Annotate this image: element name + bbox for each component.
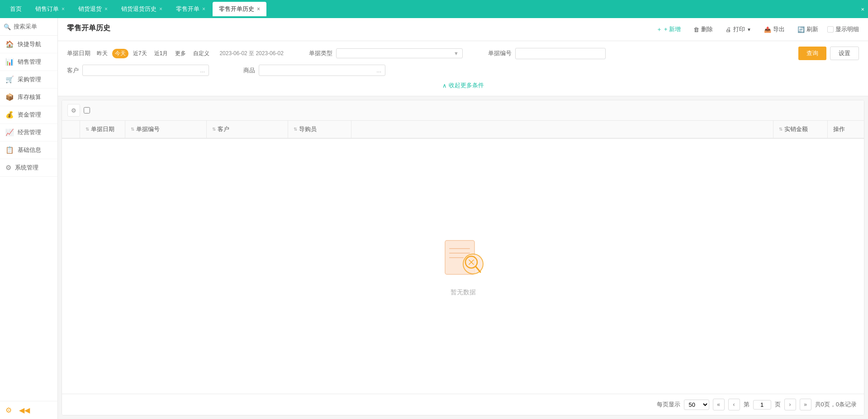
sales-icon: 📊 — [5, 58, 14, 66]
date-opt-more[interactable]: 更多 — [172, 49, 189, 58]
th-action-label: 操作 — [833, 125, 845, 133]
date-label: 单据日期 — [67, 49, 90, 57]
display-checkbox[interactable] — [827, 26, 834, 33]
sidebar-item-finance-label: 资金管理 — [18, 111, 41, 119]
per-page-select[interactable]: 50 100 200 — [684, 400, 709, 410]
delete-button[interactable]: 🗑 删除 — [690, 24, 716, 35]
sort-guide-icon[interactable]: ⇅ — [294, 127, 297, 132]
empty-text: 暂无数据 — [451, 288, 476, 297]
date-opt-1month[interactable]: 近1月 — [152, 49, 171, 58]
page-number-input[interactable] — [753, 400, 771, 410]
nav-tab-return[interactable]: 销货退货 × — [72, 2, 114, 16]
th-action: 操作 — [828, 121, 864, 138]
date-opt-today[interactable]: 今天 — [112, 49, 128, 58]
nav-tab-return-history-label: 销货退货历史 — [121, 5, 157, 13]
sort-number-icon[interactable]: ⇅ — [131, 127, 134, 132]
th-amount: ⇅ 实销金额 — [773, 121, 828, 138]
sidebar-item-purchase-label: 采购管理 — [18, 75, 41, 84]
refresh-button[interactable]: 🔄 刷新 — [794, 24, 822, 35]
date-options: 昨天 今天 近7天 近1月 更多 自定义 — [94, 49, 212, 58]
sidebar-item-inventory[interactable]: 📦 库存核算 — [0, 89, 57, 106]
table-settings-icon[interactable]: ⚙ — [67, 104, 80, 117]
export-button[interactable]: 📤 导出 — [760, 24, 788, 35]
sidebar-item-system[interactable]: ⚙ 系统管理 — [0, 159, 57, 177]
purchase-icon: 🛒 — [5, 75, 14, 84]
nav-tab-return-history[interactable]: 销货退货历史 × — [115, 2, 169, 16]
nav-tab-sales-order[interactable]: 销售订单 × — [29, 2, 71, 16]
th-extra — [351, 121, 773, 138]
nav-tab-return-history-close[interactable]: × — [159, 6, 162, 12]
nav-tab-retail-history-close[interactable]: × — [257, 6, 260, 12]
sidebar-item-finance[interactable]: 💰 资金管理 — [0, 106, 57, 124]
search-icon: 🔍 — [4, 24, 11, 30]
query-button[interactable]: 查询 — [798, 47, 826, 60]
th-guide: ⇅ 导购员 — [288, 121, 351, 138]
finance-icon: 💰 — [5, 111, 14, 119]
pagination: 每页显示 50 100 200 « ‹ 第 页 › » 共0页，0条记录 — [62, 394, 864, 415]
sidebar-bottom: ⚙ ◀◀ — [0, 401, 57, 419]
goods-select[interactable]: ... — [259, 65, 385, 76]
sidebar-item-operations[interactable]: 📈 经营管理 — [0, 124, 57, 141]
page-next-btn[interactable]: › — [784, 399, 796, 410]
nav-tab-retail[interactable]: 零售开单 × — [170, 2, 212, 16]
nav-tab-retail-close[interactable]: × — [202, 6, 205, 12]
print-button-label: 打印 — [733, 25, 745, 33]
nav-tab-return-close[interactable]: × — [104, 6, 108, 12]
customer-label: 客户 — [67, 66, 79, 75]
filter-number: 单据编号 — [488, 48, 606, 59]
sidebar-item-quick-nav[interactable]: 🏠 快捷导航 — [0, 36, 57, 53]
sidebar-item-purchase[interactable]: 🛒 采购管理 — [0, 71, 57, 89]
collapse-icon: ∧ — [442, 82, 447, 89]
date-opt-7days[interactable]: 近7天 — [130, 49, 150, 58]
customer-select[interactable]: ... — [82, 65, 209, 76]
number-input[interactable] — [515, 48, 606, 59]
collapse-sidebar-icon[interactable]: ◀◀ — [19, 406, 30, 414]
add-button[interactable]: ＋ + 新增 — [653, 24, 684, 35]
date-range-text: 2023-06-02 至 2023-06-02 — [219, 50, 283, 57]
sort-amount-icon[interactable]: ⇅ — [779, 127, 783, 132]
nav-close-btn[interactable]: × — [861, 6, 864, 13]
customer-ellipsis: ... — [200, 67, 205, 74]
empty-icon — [436, 236, 490, 281]
export-button-label: 导出 — [773, 25, 785, 33]
th-guide-label: 导购员 — [299, 125, 317, 133]
th-date: ⇅ 单据日期 — [80, 121, 125, 138]
delete-icon: 🗑 — [693, 26, 699, 33]
nav-tab-sales-order-close[interactable]: × — [62, 6, 65, 12]
add-button-label: + 新增 — [664, 25, 681, 33]
nav-tab-home[interactable]: 首页 — [4, 2, 28, 16]
sidebar-item-sales[interactable]: 📊 销售管理 — [0, 53, 57, 71]
page-first-btn[interactable]: « — [713, 399, 725, 410]
export-icon: 📤 — [764, 26, 771, 33]
date-opt-yesterday[interactable]: 昨天 — [94, 49, 110, 58]
filter-date-range: 2023-06-02 至 2023-06-02 — [219, 50, 283, 57]
filter-row-1: 单据日期 昨天 今天 近7天 近1月 更多 自定义 2023-06-02 至 2… — [67, 47, 859, 60]
collapse-label: 收起更多条件 — [449, 81, 484, 89]
goods-label: 商品 — [243, 66, 255, 75]
inventory-icon: 📦 — [5, 93, 14, 101]
display-toggle[interactable]: 显示明细 — [827, 25, 859, 33]
th-checkbox — [62, 121, 80, 138]
page-last-btn[interactable]: » — [800, 399, 811, 410]
date-opt-custom[interactable]: 自定义 — [190, 49, 212, 58]
type-label: 单据类型 — [309, 49, 332, 57]
nav-tab-return-label: 销货退货 — [78, 5, 102, 13]
settings-gear-icon[interactable]: ⚙ — [5, 406, 12, 414]
sort-customer-icon[interactable]: ⇅ — [212, 127, 216, 132]
nav-tab-retail-history[interactable]: 零售开单历史 × — [213, 2, 266, 16]
select-all-checkbox[interactable] — [84, 107, 90, 113]
type-select[interactable]: ▼ — [336, 48, 463, 58]
sidebar-search[interactable]: 🔍 搜索采单 — [0, 18, 57, 36]
main-layout: 🔍 搜索采单 🏠 快捷导航 📊 销售管理 🛒 采购管理 📦 库存核算 💰 资金管… — [0, 18, 868, 419]
settings-button[interactable]: 设置 — [830, 47, 859, 60]
sort-date-icon[interactable]: ⇅ — [85, 127, 89, 132]
page-label-ye: 页 — [775, 400, 781, 409]
table-header: ⇅ 单据日期 ⇅ 单据编号 ⇅ 客户 ⇅ 导购员 ⇅ 实销 — [62, 121, 864, 139]
table-area: ⚙ ⇅ 单据日期 ⇅ 单据编号 ⇅ 客户 ⇅ — [62, 100, 864, 415]
sidebar-item-basic-info[interactable]: 📋 基础信息 — [0, 141, 57, 159]
collapse-button[interactable]: ∧ 收起更多条件 — [439, 80, 488, 90]
page-prev-btn[interactable]: ‹ — [728, 399, 740, 410]
print-button[interactable]: 🖨 打印 ▼ — [722, 24, 755, 35]
empty-state: 暂无数据 — [62, 139, 864, 394]
top-nav-bar: 首页 销售订单 × 销货退货 × 销货退货历史 × 零售开单 × 零售开单历史 … — [0, 0, 868, 18]
